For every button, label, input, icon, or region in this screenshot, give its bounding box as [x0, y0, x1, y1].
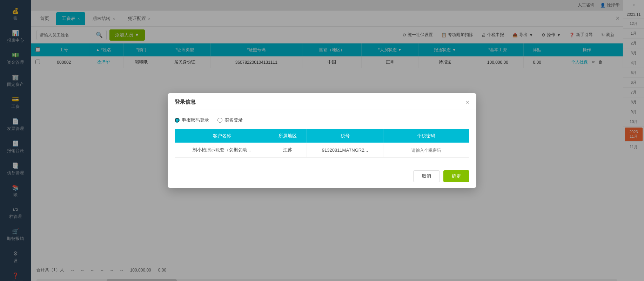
dialog-account-table: 客户名称 所属地区 税号 个税密码 刘小艳演示账套（勿删勿动... 江苏 913… — [175, 129, 469, 158]
dialog-title: 登录信息 — [175, 99, 196, 105]
dialog-header: 登录信息 × — [168, 93, 476, 110]
login-method-radio-group: 申报密码登录 实名登录 — [175, 117, 469, 123]
cancel-button[interactable]: 取消 — [413, 170, 440, 182]
dialog-col-region: 所属地区 — [269, 129, 307, 143]
dialog-tax-number: 91320811MA7NGR2... — [307, 143, 383, 158]
radio-text-申报密码登录: 申报密码登录 — [182, 117, 209, 123]
dialog-table-header-row: 客户名称 所属地区 税号 个税密码 — [175, 129, 469, 143]
tax-password-input[interactable] — [388, 148, 465, 153]
dialog-col-client-name: 客户名称 — [175, 129, 269, 143]
radio-实名登录[interactable] — [217, 118, 222, 123]
dialog-col-tax-number: 税号 — [307, 129, 383, 143]
dialog-body: 申报密码登录 实名登录 客户名称 所属地区 税号 个税密码 — [168, 110, 476, 165]
confirm-button[interactable]: 确定 — [443, 170, 469, 182]
modal-overlay: 登录信息 × 申报密码登录 实名登录 客户名称 所属地区 — [0, 0, 644, 281]
dialog-client-name: 刘小艳演示账套（勿删勿动... — [175, 143, 269, 158]
radio-label-实名登录[interactable]: 实名登录 — [217, 117, 243, 123]
dialog-footer: 取消 确定 — [168, 165, 476, 188]
dialog-close-btn[interactable]: × — [465, 99, 469, 105]
radio-text-实名登录: 实名登录 — [224, 117, 243, 123]
dialog-region: 江苏 — [269, 143, 307, 158]
login-info-dialog: 登录信息 × 申报密码登录 实名登录 客户名称 所属地区 — [168, 93, 476, 188]
radio-label-申报密码登录[interactable]: 申报密码登录 — [175, 117, 209, 123]
dialog-tax-password-cell[interactable] — [383, 143, 469, 158]
dialog-col-tax-password: 个税密码 — [383, 129, 469, 143]
radio-申报密码登录[interactable] — [175, 118, 180, 123]
dialog-table-row: 刘小艳演示账套（勿删勿动... 江苏 91320811MA7NGR2... — [175, 143, 469, 158]
